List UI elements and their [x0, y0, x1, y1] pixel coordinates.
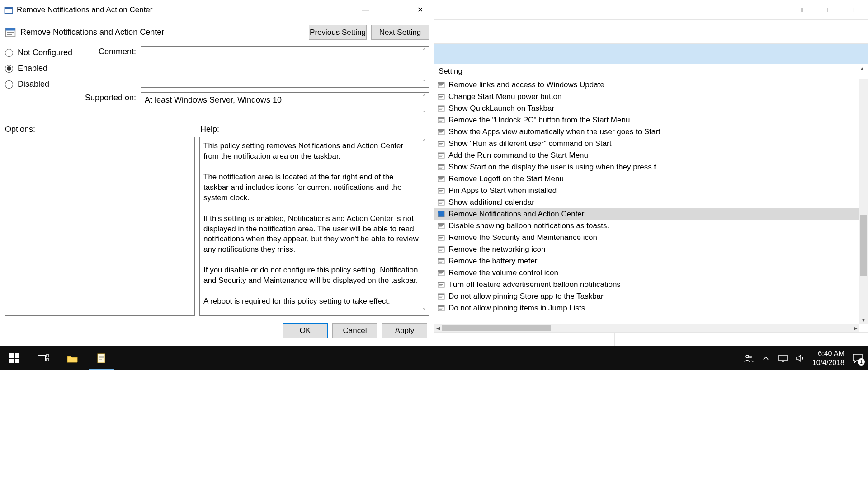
maximize-button[interactable]:  [815, 0, 841, 19]
taskbar-clock[interactable]: 6:40 AM 10/4/2018 [812, 349, 844, 366]
settings-list[interactable]: Remove links and access to Windows Updat… [434, 79, 868, 332]
settings-item-label: Show "Run as different user" command on … [448, 139, 611, 148]
previous-setting-button[interactable]: Previous Setting [309, 25, 367, 40]
settings-list-item[interactable]: Do not allow pinning items in Jump Lists [434, 302, 868, 314]
dialog-close-button[interactable]: ✕ [406, 0, 434, 19]
settings-list-item[interactable]: Remove the battery meter [434, 255, 868, 267]
settings-item-label: Show the Apps view automatically when th… [448, 127, 660, 136]
radio-enabled[interactable]: Enabled [5, 64, 77, 73]
settings-item-label: Remove the battery meter [448, 257, 538, 266]
svg-rect-81 [5, 7, 13, 9]
svg-rect-65 [438, 270, 444, 272]
gpedit-taskbar-button[interactable] [87, 346, 116, 370]
gpedit-window:    Setting ▲ Remove links and access … [434, 0, 868, 346]
settings-list-item[interactable]: Disable showing balloon notifications as… [434, 220, 868, 232]
comment-input[interactable]: ˄ ˅ [141, 46, 429, 88]
task-view-button[interactable] [29, 346, 58, 370]
settings-column-header[interactable]: Setting ▲ [434, 64, 868, 79]
svg-rect-33 [438, 176, 444, 178]
people-icon[interactable] [744, 353, 754, 363]
svg-rect-61 [438, 258, 444, 260]
apply-button[interactable]: Apply [382, 323, 427, 338]
settings-list-item[interactable]: Remove Notifications and Action Center [434, 208, 868, 220]
next-setting-button[interactable]: Next Setting [371, 25, 429, 40]
settings-list-item[interactable]: Show the Apps view automatically when th… [434, 126, 868, 138]
svg-rect-34 [439, 178, 443, 179]
horizontal-scrollbar-thumb[interactable] [442, 325, 551, 331]
action-center-button[interactable]: 1 [852, 352, 863, 364]
vertical-scrollbar[interactable]: ▼ [859, 79, 868, 324]
settings-list-item[interactable]: Remove links and access to Windows Updat… [434, 79, 868, 91]
taskbar-date: 10/4/2018 [812, 358, 844, 367]
settings-list-item[interactable]: Remove the Security and Maintenance icon [434, 232, 868, 244]
svg-rect-67 [439, 274, 442, 274]
dialog-maximize-button[interactable]: □ [379, 0, 406, 19]
scroll-down-icon[interactable]: ˅ [420, 79, 428, 87]
notification-badge: 1 [858, 358, 865, 366]
policy-icon [5, 27, 16, 38]
svg-rect-63 [439, 262, 442, 263]
settings-list-item[interactable]: Turn off feature advertisement balloon n… [434, 279, 868, 291]
state-radio-group: Not Configured Enabled Disabled [5, 46, 77, 118]
settings-item-label: Pin Apps to Start when installed [448, 186, 557, 195]
svg-point-98 [750, 356, 751, 357]
svg-rect-13 [438, 117, 444, 119]
network-icon[interactable] [778, 353, 788, 363]
file-explorer-button[interactable] [58, 346, 87, 370]
settings-item-label: Show additional calendar [448, 198, 534, 207]
settings-list-item[interactable]: Remove the volume control icon [434, 267, 868, 279]
scroll-up-icon[interactable]: ˄ [420, 93, 428, 101]
radio-not-configured[interactable]: Not Configured [5, 48, 77, 57]
settings-column-header-text: Setting [439, 67, 462, 76]
svg-rect-57 [438, 247, 444, 248]
scroll-down-icon[interactable]: ˅ [420, 307, 428, 315]
vertical-scrollbar-thumb[interactable] [860, 215, 867, 276]
close-button[interactable]:  [841, 0, 868, 19]
settings-list-item[interactable]: Change Start Menu power button [434, 91, 868, 103]
dialog-minimize-button[interactable]: — [352, 0, 379, 19]
settings-list-item[interactable]: Show "Run as different user" command on … [434, 138, 868, 150]
help-pane: This policy setting removes Notification… [199, 137, 429, 316]
settings-list-item[interactable]: Remove the networking icon [434, 244, 868, 255]
settings-list-item[interactable]: Pin Apps to Start when installed [434, 185, 868, 197]
svg-rect-58 [439, 249, 443, 249]
radio-disabled[interactable]: Disabled [5, 80, 77, 89]
supported-on-text: At least Windows Server, Windows 10 [145, 95, 282, 104]
settings-list-item[interactable]: Show QuickLaunch on Taskbar [434, 103, 868, 114]
svg-rect-21 [438, 141, 444, 142]
scroll-right-icon[interactable]: ▶ [851, 324, 859, 332]
start-button[interactable] [0, 346, 29, 370]
svg-rect-49 [438, 223, 444, 225]
settings-list-item[interactable]: Show additional calendar [434, 197, 868, 208]
settings-item-label: Remove the "Undock PC" button from the S… [448, 116, 630, 125]
scroll-up-icon[interactable]: ˄ [420, 47, 428, 55]
horizontal-scrollbar[interactable]: ◀ ▶ [434, 324, 859, 332]
svg-rect-70 [439, 284, 443, 285]
svg-rect-22 [439, 143, 443, 144]
svg-rect-25 [438, 153, 444, 154]
scroll-left-icon[interactable]: ◀ [434, 324, 442, 332]
ok-button[interactable]: OK [283, 323, 328, 338]
svg-rect-89 [15, 359, 19, 363]
scroll-down-icon[interactable]: ˅ [420, 109, 428, 117]
scroll-up-icon[interactable]: ˄ [420, 138, 428, 146]
settings-list-item[interactable]: Remove the "Undock PC" button from the S… [434, 114, 868, 126]
settings-list-item[interactable]: Add the Run command to the Start Menu [434, 150, 868, 161]
gpedit-titlebar:    [434, 0, 868, 19]
settings-item-label: Remove Logoff on the Start Menu [448, 174, 564, 183]
volume-icon[interactable] [795, 353, 805, 363]
tray-chevron-icon[interactable] [761, 353, 771, 363]
dialog-titlebar: Remove Notifications and Action Center —… [0, 0, 434, 19]
minimize-button[interactable]:  [789, 0, 815, 19]
svg-rect-31 [439, 168, 442, 169]
scroll-down-icon[interactable]: ▼ [859, 316, 868, 324]
form-column: Comment: ˄ ˅ Supported on: At least Wind… [83, 46, 429, 118]
settings-item-label: Turn off feature advertisement balloon n… [448, 280, 621, 289]
settings-list-item[interactable]: Do not allow pinning Store app to the Ta… [434, 291, 868, 302]
scroll-up-icon[interactable]: ▲ [859, 66, 865, 72]
cancel-button[interactable]: Cancel [332, 323, 377, 338]
settings-list-item[interactable]: Remove Logoff on the Start Menu [434, 173, 868, 185]
svg-rect-75 [439, 297, 442, 298]
radio-label: Disabled [18, 80, 49, 89]
settings-list-item[interactable]: Show Start on the display the user is us… [434, 161, 868, 173]
